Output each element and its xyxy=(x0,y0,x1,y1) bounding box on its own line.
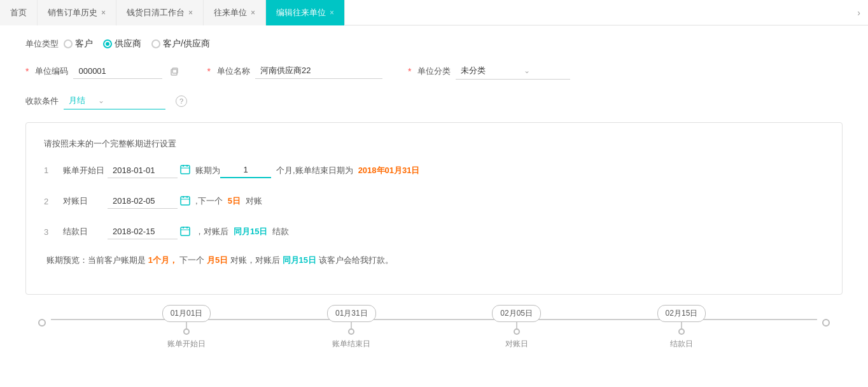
row-2-desc-prefix: ,下一个 xyxy=(195,195,223,207)
svg-rect-10 xyxy=(181,227,190,236)
tab-partner-label: 往来单位 xyxy=(214,7,247,18)
preview-reconcile-prefix: 下一个 xyxy=(179,255,204,265)
unit-type-label: 单位类型 xyxy=(25,38,59,50)
tab-home[interactable]: 首页 xyxy=(0,0,38,25)
tab-cash-work-label: 钱货日清工作台 xyxy=(127,7,185,18)
tab-partner[interactable]: 往来单位 × xyxy=(204,0,266,25)
timeline-row: 01月01日 账单开始日 01月31日 账单结束日 02月05日 对账日 xyxy=(38,305,830,349)
timeline-point-4: 02月15日 结款日 xyxy=(657,305,706,349)
tab-edit-partner-close[interactable]: × xyxy=(330,8,334,17)
row-2-date-input[interactable] xyxy=(108,194,178,209)
radio-supplier[interactable]: 供应商 xyxy=(103,38,141,50)
card-title: 请按照未来的一个完整帐期进行设置 xyxy=(44,138,824,150)
row-3-date-input[interactable] xyxy=(108,224,178,239)
row-3-label: 结款日 xyxy=(63,226,108,237)
timeline-label-2: 账单结束日 xyxy=(332,339,370,349)
unit-type-row: 单位类型 客户 供应商 客户/供应商 xyxy=(25,38,843,50)
unit-category-select[interactable]: 未分类 ⌄ xyxy=(456,62,570,80)
svg-rect-6 xyxy=(181,197,190,205)
preview-payment-day: 同月15日 xyxy=(283,255,316,265)
row-3-num: 3 xyxy=(44,227,63,237)
timeline-point-1: 01月01日 账单开始日 xyxy=(162,305,211,349)
settings-card: 请按照未来的一个完整帐期进行设置 1 账单开始日 账期为 个月,账单结束日期为 … xyxy=(25,122,843,295)
unit-name-required: * xyxy=(207,66,210,76)
timeline-label-3: 对账日 xyxy=(505,339,528,349)
setting-row-1: 1 账单开始日 账期为 个月,账单结束日期为 2018年01月31日 xyxy=(44,162,824,178)
timeline-section: 01月01日 账单开始日 01月31日 账单结束日 02月05日 对账日 xyxy=(25,295,843,349)
tab-cash-work[interactable]: 钱货日清工作台 × xyxy=(116,0,204,25)
tab-edit-partner[interactable]: 编辑往来单位 × xyxy=(266,0,345,25)
unit-code-input[interactable] xyxy=(73,64,162,79)
timeline-right-dot xyxy=(822,319,830,327)
row-3-desc-suffix: 结款 xyxy=(272,226,289,237)
radio-customer-circle xyxy=(64,39,73,48)
radio-group: 客户 供应商 客户/供应商 xyxy=(64,38,210,50)
payment-condition-value: 月结 xyxy=(69,95,85,106)
tab-home-label: 首页 xyxy=(10,7,27,18)
unit-category-value: 未分类 xyxy=(461,65,486,76)
row-1-desc-prefix: 账期为 xyxy=(195,165,220,176)
tab-sales-history-close[interactable]: × xyxy=(101,8,106,17)
timeline-end-dot xyxy=(822,319,830,327)
unit-info-row: * 单位编码 * 单位名称 * 单位分类 未分类 ⌄ xyxy=(25,62,843,80)
preview-reconcile-day: 月5日 xyxy=(207,255,228,265)
radio-customer-label: 客户 xyxy=(75,38,93,50)
radio-supplier-circle xyxy=(103,39,112,48)
unit-code-label: 单位编码 xyxy=(35,66,68,77)
payment-condition-arrow-icon: ⌄ xyxy=(98,96,104,105)
svg-rect-2 xyxy=(181,165,190,174)
timeline-label-1: 账单开始日 xyxy=(167,339,206,349)
preview-end: 该客户会给我打款。 xyxy=(319,255,393,265)
unit-category-required: * xyxy=(408,66,411,76)
timeline-start-dot xyxy=(38,319,46,327)
row-1-desc-suffix: 个月,账单结束日期为 xyxy=(276,165,353,176)
unit-code-copy-icon[interactable] xyxy=(167,64,181,78)
unit-name-input[interactable] xyxy=(255,64,382,79)
tab-scroll-arrow[interactable]: › xyxy=(850,0,868,25)
unit-name-label: 单位名称 xyxy=(217,66,250,77)
row-1-num: 1 xyxy=(44,165,63,175)
period-input[interactable] xyxy=(220,162,271,178)
row-1-cal-icon[interactable] xyxy=(180,164,190,176)
radio-both[interactable]: 客户/供应商 xyxy=(151,38,210,50)
row-3-highlight-day: 同月15日 xyxy=(234,226,267,237)
payment-condition-select[interactable]: 月结 ⌄ xyxy=(64,92,165,109)
tab-edit-partner-label: 编辑往来单位 xyxy=(276,7,326,18)
page-content: 单位类型 客户 供应商 客户/供应商 * 单位编码 xyxy=(0,25,868,387)
radio-both-circle xyxy=(151,39,160,48)
timeline-badge-4: 02月15日 xyxy=(657,305,706,322)
row-2-label: 对账日 xyxy=(63,195,108,207)
unit-name-group: * 单位名称 xyxy=(207,64,382,79)
preview-reconcile-suffix: 对账，对账后 xyxy=(230,255,280,265)
tab-sales-history[interactable]: 销售订单历史 × xyxy=(38,0,116,25)
row-2-desc-suffix: 对账 xyxy=(246,195,262,207)
timeline-point-3: 02月05日 对账日 xyxy=(492,305,541,349)
row-2-num: 2 xyxy=(44,197,63,206)
preview-period: 1个月， xyxy=(148,255,178,265)
timeline-badge-2: 01月31日 xyxy=(327,305,376,322)
unit-category-label: 单位分类 xyxy=(417,66,451,77)
unit-code-required: * xyxy=(25,66,29,76)
timeline-badge-3: 02月05日 xyxy=(492,305,541,322)
unit-code-group: * 单位编码 xyxy=(25,64,181,79)
tab-partner-close[interactable]: × xyxy=(251,8,255,17)
radio-both-label: 客户/供应商 xyxy=(163,38,210,50)
tab-cash-work-close[interactable]: × xyxy=(188,8,193,17)
row-1-highlight-date: 2018年01月31日 xyxy=(358,165,420,176)
radio-customer[interactable]: 客户 xyxy=(64,38,93,50)
row-2-cal-icon[interactable] xyxy=(180,195,190,208)
unit-type-group: 单位类型 客户 供应商 客户/供应商 xyxy=(25,38,210,50)
row-1-date-input[interactable] xyxy=(108,163,178,178)
preview-label: 账期预览：当前客户账期是 xyxy=(46,255,146,265)
timeline-point-2: 01月31日 账单结束日 xyxy=(327,305,376,349)
timeline-badge-1: 01月01日 xyxy=(162,305,211,322)
row-2-highlight-day: 5日 xyxy=(228,195,241,207)
unit-category-arrow-icon: ⌄ xyxy=(524,66,530,75)
unit-category-group: * 单位分类 未分类 ⌄ xyxy=(408,62,570,80)
setting-row-2: 2 对账日 ,下一个 5日 对账 xyxy=(44,194,824,209)
help-icon[interactable]: ? xyxy=(176,95,187,107)
payment-condition-label: 收款条件 xyxy=(25,95,59,107)
tab-sales-history-label: 销售订单历史 xyxy=(48,7,97,18)
row-3-cal-icon[interactable] xyxy=(180,226,190,238)
timeline-left-dot xyxy=(38,319,46,327)
